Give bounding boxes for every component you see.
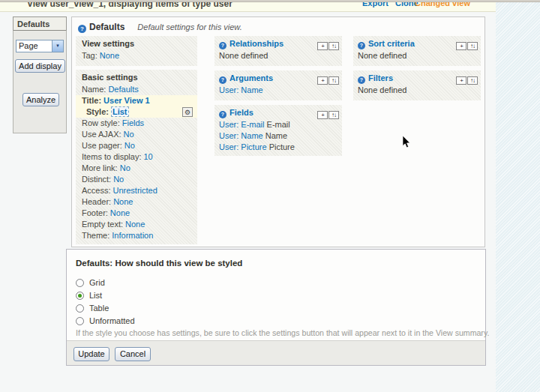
analyze-button[interactable]: Analyze (22, 93, 59, 106)
help-icon[interactable]: ? (219, 42, 226, 49)
style-option-table[interactable]: Table (76, 304, 109, 314)
field-link[interactable]: User: Picture (219, 142, 267, 151)
add-button[interactable]: + (456, 76, 466, 85)
setting-label: Title: (82, 96, 101, 105)
rearrange-button[interactable]: ↑↓ (328, 42, 339, 50)
chevron-down-icon[interactable]: ▼ (52, 40, 63, 52)
setting-label: Tag: (82, 51, 98, 60)
rearrange-button[interactable]: ↑↓ (467, 76, 478, 85)
setting-label: Access: (82, 186, 111, 195)
style-value-link[interactable]: List (111, 106, 129, 117)
radio-label: Unformatted (89, 316, 135, 325)
setting-row-distinct: Distinct:No (76, 174, 197, 185)
setting-label: Row style: (82, 118, 120, 127)
help-icon[interactable]: ? (358, 76, 365, 84)
setting-label: Name: (82, 85, 106, 94)
field-item: User: Picture Picture (214, 142, 342, 153)
more-link-value-link[interactable]: No (120, 163, 130, 172)
field-label: E-mail (267, 120, 290, 129)
cancel-button[interactable]: Cancel (115, 347, 151, 361)
add-display-button[interactable]: Add display (15, 59, 65, 73)
ajax-value-link[interactable]: No (124, 130, 134, 139)
page-title: View user_view_1, displaying items of ty… (27, 2, 232, 9)
sort-criteria-box: ?Sort criteria +↑↓ None defined (353, 36, 481, 66)
add-button[interactable]: + (317, 76, 328, 85)
rearrange-button[interactable]: ↑↓ (328, 76, 339, 85)
setting-row-header: Header:None (76, 196, 197, 208)
gear-icon: ⚙ (184, 109, 190, 116)
fields-box: ?Fields +↑↓ User: E-mail E-mail User: Na… (214, 105, 342, 156)
radio-grid[interactable] (76, 279, 84, 287)
theme-value-link[interactable]: Information (112, 231, 153, 240)
footer-value-link[interactable]: None (110, 208, 130, 217)
setting-row-title: Title:User View 1 (76, 95, 197, 106)
filters-title-link[interactable]: Filters (368, 73, 393, 82)
setting-row-items: Items to display:10 (76, 151, 197, 163)
setting-label: More link: (82, 163, 118, 172)
help-icon[interactable]: ? (78, 25, 86, 33)
relationships-empty-text: None defined (214, 50, 342, 61)
header-value-link[interactable]: None (113, 197, 133, 206)
setting-label: Use pager: (82, 141, 122, 150)
basic-settings-box: Basic settings Name:Defaults Title:User … (76, 70, 197, 244)
style-option-list[interactable]: List (76, 291, 102, 301)
setting-label: Theme: (82, 231, 110, 240)
rearrange-button[interactable]: ↑↓ (467, 42, 478, 50)
view-settings-title: View settings (76, 38, 197, 50)
summary-subtitle: Default settings for this view. (137, 22, 242, 31)
radio-list-selected[interactable] (76, 292, 84, 300)
setting-row-empty: Empty text:None (76, 219, 197, 230)
field-label: Picture (269, 142, 295, 151)
update-button[interactable]: Update (74, 347, 110, 361)
filters-empty-text: None defined (353, 85, 481, 96)
rearrange-button[interactable]: ↑↓ (328, 111, 339, 119)
style-option-unformatted[interactable]: Unformatted (76, 316, 135, 327)
tab-defaults[interactable]: Defaults (13, 16, 67, 31)
empty-text-value-link[interactable]: None (125, 220, 145, 229)
add-button[interactable]: + (317, 42, 328, 50)
sort-empty-text: None defined (353, 50, 481, 61)
access-value-link[interactable]: Unrestricted (113, 186, 158, 195)
field-link[interactable]: User: E-mail (219, 120, 265, 129)
add-button[interactable]: + (456, 42, 466, 50)
name-value-link[interactable]: Defaults (108, 85, 138, 94)
field-item: User: E-mail E-mail (214, 119, 342, 130)
setting-row: Tag:None (76, 50, 197, 61)
changed-view-link[interactable]: Changed view (415, 2, 470, 7)
setting-label: Distinct: (82, 175, 111, 184)
radio-table[interactable] (76, 304, 84, 313)
help-icon[interactable]: ? (358, 42, 365, 49)
distinct-value-link[interactable]: No (113, 175, 124, 184)
style-settings-button[interactable]: ⚙ (182, 107, 193, 117)
sort-criteria-title-link[interactable]: Sort criteria (368, 39, 415, 48)
summary-header: ?DefaultsDefault settings for this view. (78, 22, 242, 33)
relationships-title-link[interactable]: Relationships (230, 39, 284, 48)
filters-box: ?Filters +↑↓ None defined (353, 70, 481, 100)
radio-unformatted[interactable] (76, 317, 84, 325)
display-type-select[interactable]: Page ▼ (16, 40, 64, 52)
field-label: Name (266, 131, 287, 140)
items-value-link[interactable]: 10 (143, 152, 152, 161)
tag-value-link[interactable]: None (100, 51, 119, 60)
pager-value-link[interactable]: No (124, 141, 135, 150)
setting-label: Empty text: (82, 220, 123, 229)
setting-label: Style: (86, 107, 109, 116)
setting-label: Items to display: (82, 152, 141, 161)
setting-row-name: Name:Defaults (76, 84, 197, 95)
title-value-link[interactable]: User View 1 (104, 96, 150, 105)
fields-title-link[interactable]: Fields (230, 108, 254, 117)
row-style-value-link[interactable]: Fields (122, 118, 144, 127)
style-option-grid[interactable]: Grid (76, 278, 105, 289)
argument-link[interactable]: User: Name (219, 85, 263, 94)
style-form-panel: Defaults: How should this view be styled… (66, 249, 486, 366)
help-icon[interactable]: ? (219, 76, 226, 84)
help-icon[interactable]: ? (219, 111, 226, 118)
export-link[interactable]: Export (362, 2, 388, 7)
field-link[interactable]: User: Name (219, 131, 263, 140)
add-button[interactable]: + (317, 111, 328, 119)
relationships-box: ?Relationships +↑↓ None defined (214, 36, 342, 66)
style-form-description: If the style you choose has settings, be… (76, 328, 489, 337)
arguments-title-link[interactable]: Arguments (230, 73, 273, 82)
setting-row-ajax: Use AJAX:No (76, 129, 197, 140)
argument-item: User: Name (214, 85, 342, 96)
